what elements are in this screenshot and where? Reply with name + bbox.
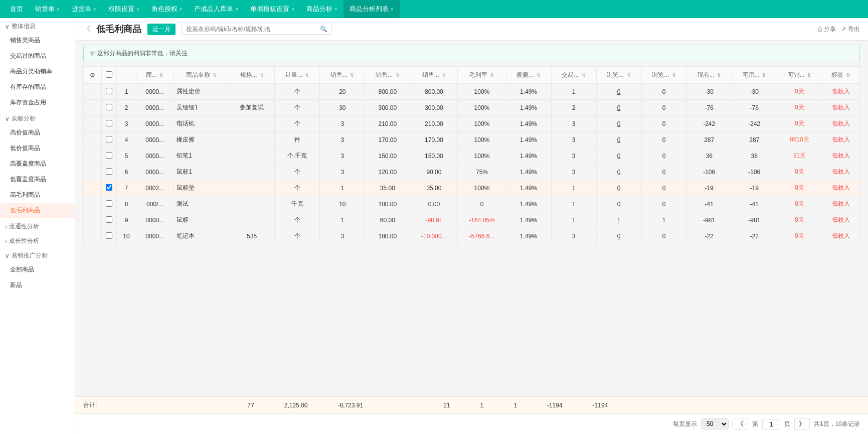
sidebar-item-all-products[interactable]: 全部商品 xyxy=(0,262,75,277)
browse1-cell[interactable]: 0 xyxy=(596,100,641,116)
browse1-cell[interactable]: 0 xyxy=(596,196,641,212)
nav-purchase-order[interactable]: 进货单 × xyxy=(66,0,102,18)
checkbox-cell[interactable] xyxy=(101,180,116,196)
checkbox-cell[interactable] xyxy=(101,100,116,116)
available-col-header[interactable]: 可用... ⇅ xyxy=(732,67,777,84)
current-col-header[interactable]: 现有... ⇅ xyxy=(686,67,732,84)
name-cell[interactable]: 笔记本 xyxy=(173,228,229,244)
nav-product-entry[interactable]: 产成品入库单 × xyxy=(188,0,244,18)
close-analysis-icon[interactable]: × xyxy=(334,7,337,12)
sidebar-item-category-rate[interactable]: 商品分类助销率 xyxy=(0,64,75,79)
row-checkbox-6[interactable] xyxy=(106,184,112,191)
row-checkbox-3[interactable] xyxy=(106,136,112,142)
code-col-header[interactable]: 商... ⇅ xyxy=(136,67,173,84)
spec-col-header[interactable]: 规格... ⇅ xyxy=(229,67,275,84)
sidebar-item-new-products[interactable]: 新品 xyxy=(0,277,75,293)
browse1-cell[interactable]: 0 xyxy=(596,148,641,164)
browse1-cell[interactable]: 0 xyxy=(596,132,641,148)
name-cell[interactable]: 测试 xyxy=(173,196,229,212)
nav-sales-order[interactable]: 销货单 × xyxy=(29,0,66,18)
page-number-input[interactable] xyxy=(762,419,780,429)
sidebar-group-marketing[interactable]: ∨ 营销推广分析 xyxy=(0,247,75,262)
share-button[interactable]: ⎙ 分享 xyxy=(818,25,836,34)
browse1-cell[interactable]: 0 xyxy=(596,228,641,244)
name-cell[interactable]: 鼠标 xyxy=(173,212,229,228)
row-checkbox-5[interactable] xyxy=(106,168,112,175)
nav-product-analysis-list[interactable]: 商品分析列表 × xyxy=(343,0,400,18)
sidebar-item-low-margin[interactable]: 低毛利商品 xyxy=(0,203,75,218)
search-icon[interactable]: 🔍 xyxy=(320,26,327,33)
sidebar-group-liquidity[interactable]: › 流通性分析 xyxy=(0,218,75,233)
saleable-col-header[interactable]: 可销... ⇅ xyxy=(777,67,822,84)
prev-page-button[interactable]: 《 xyxy=(733,418,748,430)
browse1-col-header[interactable]: 浏览... ⇅ xyxy=(596,67,641,84)
settings-col-header[interactable]: ⚙ xyxy=(84,67,102,84)
browse1-cell[interactable]: 0 xyxy=(596,116,641,132)
unit-col-header[interactable]: 计量... ⇅ xyxy=(275,67,320,84)
sidebar-item-low-value[interactable]: 低价值商品 xyxy=(0,140,75,156)
name-cell[interactable]: 鼠标1 xyxy=(173,164,229,180)
sidebar-item-high-value[interactable]: 高价值商品 xyxy=(0,125,75,140)
row-checkbox-1[interactable] xyxy=(106,104,112,110)
sidebar-group-contribution[interactable]: ∨ 矣献分析 xyxy=(0,110,75,125)
sidebar-item-high-margin[interactable]: 高毛利商品 xyxy=(0,187,75,203)
search-input[interactable] xyxy=(186,26,320,33)
name-cell[interactable]: 属性定价 xyxy=(173,84,229,100)
row-checkbox-8[interactable] xyxy=(106,216,112,223)
period-button[interactable]: 近一月 xyxy=(147,24,176,35)
name-cell[interactable]: 电话机 xyxy=(173,116,229,132)
nav-role-auth[interactable]: 角色授权 × xyxy=(145,0,189,18)
sales-price-col-header[interactable]: 销售... ⇅ xyxy=(365,67,410,84)
browse1-cell[interactable]: 0 xyxy=(596,164,641,180)
close-analysis-list-icon[interactable]: × xyxy=(391,7,394,12)
sidebar-collapse-button[interactable]: 《 xyxy=(83,25,90,34)
sidebar-item-high-coverage[interactable]: 高覆盖度商品 xyxy=(0,156,75,172)
checkbox-cell[interactable] xyxy=(101,132,116,148)
checkbox-cell[interactable] xyxy=(101,196,116,212)
next-page-button[interactable]: 》 xyxy=(794,418,810,430)
sales-qty-col-header[interactable]: 销售... ⇅ xyxy=(320,67,365,84)
browse1-cell[interactable]: 1 xyxy=(596,212,641,228)
row-checkbox-7[interactable] xyxy=(106,200,112,207)
page-size-select[interactable]: 50 100 200 xyxy=(701,418,729,429)
row-checkbox-2[interactable] xyxy=(106,120,112,126)
sidebar-item-capital-usage[interactable]: 库存资金占用 xyxy=(0,95,75,110)
sidebar-item-sales-products[interactable]: 销售类商品 xyxy=(0,33,75,48)
trade-col-header[interactable]: 交易... ⇅ xyxy=(551,67,596,84)
close-permissions-icon[interactable]: × xyxy=(136,7,139,12)
sidebar-item-low-coverage[interactable]: 低覆盖度商品 xyxy=(0,172,75,187)
name-col-header[interactable]: 商品名称 ⇅ xyxy=(173,67,229,84)
close-template-icon[interactable]: × xyxy=(291,7,294,12)
sidebar-item-in-stock[interactable]: 有库存的商品 xyxy=(0,79,75,95)
close-product-entry-icon[interactable]: × xyxy=(235,7,238,12)
row-checkbox-4[interactable] xyxy=(106,152,112,159)
name-cell[interactable]: 鼠标垫 xyxy=(173,180,229,196)
close-sales-order-icon[interactable]: × xyxy=(57,7,60,12)
name-cell[interactable]: 橡皮擦 xyxy=(173,132,229,148)
sidebar-group-growth[interactable]: › 成长性分析 xyxy=(0,233,75,247)
checkbox-cell[interactable] xyxy=(101,148,116,164)
close-purchase-order-icon[interactable]: × xyxy=(93,7,96,12)
sidebar-item-traded-products[interactable]: 交易过的商品 xyxy=(0,48,75,64)
coverage-col-header[interactable]: 覆盖... ⇅ xyxy=(506,67,551,84)
nav-home[interactable]: 首页 xyxy=(4,0,29,18)
checkbox-cell[interactable] xyxy=(101,164,116,180)
browse2-col-header[interactable]: 浏览... ⇅ xyxy=(641,67,686,84)
checkbox-cell[interactable] xyxy=(101,228,116,244)
row-checkbox-9[interactable] xyxy=(106,232,112,239)
browse1-cell[interactable]: 0 xyxy=(596,84,641,100)
name-cell[interactable]: 吴细细1 xyxy=(173,100,229,116)
gross-rate-col-header[interactable]: 毛利率 ⇅ xyxy=(458,67,506,84)
select-all-checkbox[interactable] xyxy=(106,71,112,78)
close-role-auth-icon[interactable]: × xyxy=(180,7,183,12)
checkbox-cell[interactable] xyxy=(101,84,116,100)
nav-template-settings[interactable]: 单据模板设置 × xyxy=(244,0,300,18)
tag-col-header[interactable]: 标签 ⇅ xyxy=(822,67,859,84)
checkbox-col-header[interactable] xyxy=(101,67,116,84)
export-button[interactable]: ↗ 导出 xyxy=(841,25,860,34)
checkbox-cell[interactable] xyxy=(101,212,116,228)
sidebar-group-overall[interactable]: ∨ 整体信息 xyxy=(0,18,75,33)
sales-amount-col-header[interactable]: 销售... ⇅ xyxy=(410,67,458,84)
nav-product-analysis[interactable]: 商品分析 × xyxy=(300,0,343,18)
name-cell[interactable]: 铅笔1 xyxy=(173,148,229,164)
